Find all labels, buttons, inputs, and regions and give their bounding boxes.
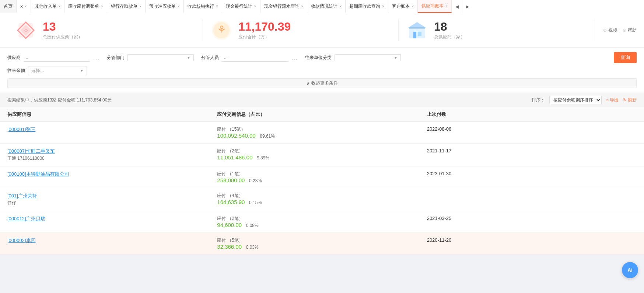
filter-item-unit-type: 往来单位分类 ▼ xyxy=(305,54,401,61)
nav-next-arrow[interactable]: ▶ xyxy=(462,0,472,13)
supplier-input[interactable] xyxy=(24,54,90,62)
payable-info-2: 应付 （2笔） 11,051,486.00 9.89% xyxy=(217,148,427,161)
summary-card-payable-suppliers: ◇ 13 总应付供应商（家） xyxy=(7,19,203,41)
total-suppliers-label: 总供应商（家） xyxy=(434,34,465,40)
unit-type-select[interactable]: ▼ xyxy=(335,54,401,61)
ellipsis-icon: … xyxy=(93,54,99,62)
payable-amount-3[interactable]: 258,000.00 xyxy=(217,177,245,183)
video-link[interactable]: 视频 xyxy=(608,27,617,34)
payable-amount-value: 11,170.39 xyxy=(238,21,291,32)
payable-label-3: 应付 xyxy=(217,171,226,176)
payable-count-5: （2笔） xyxy=(227,216,243,221)
nav-tab-cash-stat[interactable]: 现金银行统计 × xyxy=(222,0,260,13)
payable-amount-2[interactable]: 11,051,486.00 xyxy=(217,154,252,161)
close-icon[interactable]: × xyxy=(216,4,218,8)
summary-area: ◇ 13 总应付供应商（家） ⚘ 11,170.39 应付合计（万） xyxy=(0,13,644,48)
nav-tab-advance-ar[interactable]: 预收冲应收单 × xyxy=(146,0,184,13)
close-icon[interactable]: × xyxy=(101,4,103,8)
supplier-sub-2: 王通 17106110000 xyxy=(7,155,217,162)
supplier-link-1[interactable]: [000001]张三 xyxy=(7,127,36,132)
refresh-button[interactable]: ↻ 刷新 xyxy=(623,97,637,103)
close-icon[interactable]: × xyxy=(412,4,414,8)
payable-label-2: 应付 xyxy=(217,148,226,154)
circle-icon: ⊙ xyxy=(603,28,607,33)
payable-count-4: （4笔） xyxy=(227,193,243,198)
nav-tab-ar-ap-adjust[interactable]: 应收应付调整单 × xyxy=(64,0,107,13)
close-icon[interactable]: × xyxy=(139,4,141,8)
nav-tab-3[interactable]: 3 × xyxy=(17,0,31,13)
payable-count-6: （5笔） xyxy=(227,238,243,243)
supplier-label: 供应商 xyxy=(7,55,21,61)
filter-item-balance: 往来余额 选择... ▼ xyxy=(7,66,87,75)
supplier-link-3[interactable]: [000100]本特勤油品有限公司 xyxy=(7,171,69,177)
table-row: [000007]恒旺二手叉车 王通 17106110000 应付 （2笔） 11… xyxy=(0,144,644,166)
nav-tab-collection-stat[interactable]: 收款情况统计 × xyxy=(307,0,346,13)
nav-tab-home[interactable]: 首页 xyxy=(0,0,17,13)
payable-amount-5[interactable]: 94,600.00 xyxy=(217,222,242,228)
table-row: [000001]张三 应付 （15笔） 100,092,540.00 89.61… xyxy=(0,122,644,144)
payable-amount-4[interactable]: 164,635.90 xyxy=(217,199,245,205)
nav-tab-other-income[interactable]: 其他收入单 × xyxy=(31,0,65,13)
lastpay-2: 2021-11-17 xyxy=(427,148,637,154)
payable-count-2: （2笔） xyxy=(227,148,243,154)
sort-select[interactable]: 按应付余额倒序排序 xyxy=(549,96,602,104)
payable-count-1: （15笔） xyxy=(227,127,245,132)
lastpay-6: 2020-11-20 xyxy=(427,237,637,243)
nav-prev-arrow[interactable]: ◀ xyxy=(452,0,462,13)
payable-percent-2: 9.89% xyxy=(257,155,269,161)
summary-card-total-suppliers: 18 总供应商（家） xyxy=(399,19,594,41)
close-icon[interactable]: × xyxy=(301,4,304,8)
close-icon[interactable]: × xyxy=(59,4,61,8)
payable-count-3: （1笔） xyxy=(227,171,243,176)
nav-tab-cash-flow[interactable]: 现金银行流水查询 × xyxy=(260,0,308,13)
close-icon[interactable]: × xyxy=(445,4,448,8)
nav-tab-customer-book[interactable]: 客户账本 × xyxy=(388,0,418,13)
nav-tab-supplier-book-label: 供应商账本 xyxy=(421,3,444,9)
balance-select[interactable]: 选择... ▼ xyxy=(28,66,87,75)
nav-tab-receipt-verify[interactable]: 收款核销执行 × xyxy=(184,0,222,13)
close-icon[interactable]: × xyxy=(339,4,342,8)
collapse-button[interactable]: ∧ 收起更多条件 xyxy=(7,78,637,88)
table-header: 供应商信息 应付交易信息（占比） 上次付数 xyxy=(0,107,644,122)
svg-text:⚘: ⚘ xyxy=(217,24,226,35)
close-icon[interactable]: × xyxy=(382,4,384,8)
nav-tab-advance-ar-label: 预收冲应收单 xyxy=(149,3,176,10)
nav-tab-supplier-book[interactable]: 供应商账本 × xyxy=(418,0,452,13)
nav-tab-3-label: 3 xyxy=(20,4,23,9)
payable-suppliers-count: 13 xyxy=(43,21,83,32)
col-header-supplier: 供应商信息 xyxy=(7,111,217,118)
supplier-link-6[interactable]: [000002]李四 xyxy=(7,238,36,243)
help-link[interactable]: 帮助 xyxy=(628,27,637,34)
summary-card-payable-amount: ⚘ 11,170.39 应付合计（万） xyxy=(203,19,399,41)
close-icon[interactable]: × xyxy=(178,4,180,8)
export-button[interactable]: ○ 导出 xyxy=(606,97,619,103)
query-button[interactable]: 查询 xyxy=(614,52,637,63)
payable-percent-1: 89.61% xyxy=(260,134,275,139)
payable-percent-3: 0.23% xyxy=(249,178,262,183)
payable-amount-6[interactable]: 32,366.00 xyxy=(217,244,242,250)
supplier-link-4[interactable]: [001]广州荣轩 xyxy=(7,193,37,199)
svg-text:◇: ◇ xyxy=(24,28,28,33)
close-icon[interactable]: × xyxy=(254,4,256,8)
svg-rect-10 xyxy=(418,32,421,36)
last-pay-date-2: 2021-11-17 xyxy=(427,148,452,154)
filter-area: 供应商 … 分管部门 ▼ 分管人员 … 往来单位分类 ▼ 查询 xyxy=(0,48,644,93)
last-pay-date-6: 2020-11-20 xyxy=(427,237,452,243)
last-pay-date-3: 2023-01-30 xyxy=(427,171,452,176)
manager-input[interactable] xyxy=(222,54,288,62)
nav-tab-bank-deposit[interactable]: 银行存取款单 × xyxy=(107,0,146,13)
supplier-link-2[interactable]: [000007]恒旺二手叉车 xyxy=(7,148,55,154)
separator: | xyxy=(619,28,620,33)
filter-row-1: 供应商 … 分管部门 ▼ 分管人员 … 往来单位分类 ▼ 查询 xyxy=(7,52,637,63)
close-icon[interactable]: × xyxy=(25,4,27,8)
supplier-link-5[interactable]: [000012]广州贝瑞 xyxy=(7,216,45,221)
payable-info-1: 应付 （15笔） 100,092,540.00 89.61% xyxy=(217,126,427,139)
nav-tab-cash-flow-label: 现金银行流水查询 xyxy=(264,3,300,10)
nav-tab-overdue-ar[interactable]: 超期应收款查询 × xyxy=(346,0,388,13)
store-icon xyxy=(406,19,428,41)
payable-amount-1[interactable]: 100,092,540.00 xyxy=(217,132,255,139)
supplier-info-2: [000007]恒旺二手叉车 王通 17106110000 xyxy=(7,148,217,162)
supplier-info-1: [000001]张三 xyxy=(7,126,217,133)
payable-percent-6: 0.03% xyxy=(246,245,259,250)
dept-select[interactable]: ▼ xyxy=(127,54,194,61)
